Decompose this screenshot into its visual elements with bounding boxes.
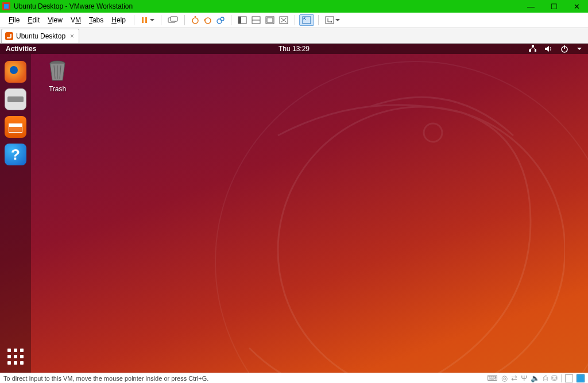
- files-launcher[interactable]: [5, 88, 26, 110]
- svg-rect-18: [326, 17, 334, 24]
- svg-rect-3: [171, 17, 177, 21]
- device-net-icon[interactable]: ⇄: [511, 374, 517, 382]
- ubuntu-wallpaper-illustration: [163, 78, 565, 373]
- menu-view[interactable]: View: [44, 14, 67, 26]
- vmware-logo-icon: [2, 2, 10, 10]
- device-usb-icon[interactable]: Ψ: [521, 374, 527, 382]
- device-indicator[interactable]: [565, 374, 573, 382]
- svg-point-7: [220, 17, 224, 21]
- device-sound-icon[interactable]: 🔈: [531, 374, 540, 382]
- show-applications-button[interactable]: [7, 349, 24, 365]
- svg-point-5: [205, 18, 211, 24]
- menu-vm[interactable]: VM: [67, 14, 85, 26]
- dropdown-icon: [335, 18, 340, 22]
- host-statusbar: To direct input to this VM, move the mou…: [0, 373, 588, 383]
- view-unity-button[interactable]: [249, 15, 263, 25]
- snapshot-take-button[interactable]: [189, 15, 202, 25]
- volume-icon[interactable]: [544, 45, 552, 53]
- menu-help[interactable]: Help: [107, 14, 130, 26]
- tab-close-button[interactable]: ×: [70, 32, 74, 40]
- vm-tab-label: Ubuntu Desktop: [16, 32, 65, 40]
- send-ctrl-alt-del-button[interactable]: [165, 15, 180, 25]
- maximize-button[interactable]: ☐: [551, 3, 558, 10]
- view-stretch-button[interactable]: [277, 15, 291, 25]
- menu-tabs[interactable]: Tabs: [85, 14, 107, 26]
- svg-point-20: [424, 123, 442, 142]
- device-display-icon[interactable]: [577, 374, 585, 382]
- snapshot-manage-button[interactable]: [214, 15, 227, 25]
- device-cdrom-icon[interactable]: ◎: [501, 374, 508, 382]
- view-fullscreen-button[interactable]: [299, 14, 314, 26]
- svg-rect-0: [142, 17, 144, 23]
- view-console-button[interactable]: [263, 15, 277, 25]
- network-icon[interactable]: [528, 45, 536, 53]
- close-button[interactable]: ✕: [574, 3, 580, 10]
- host-window-title: Ubuntu Desktop - VMware Workstation: [14, 2, 133, 10]
- device-drive-icon[interactable]: ⛁: [551, 374, 558, 382]
- vm-tab[interactable]: Ubuntu Desktop ×: [1, 29, 79, 43]
- firefox-launcher[interactable]: [5, 61, 26, 83]
- pause-button[interactable]: [138, 15, 157, 25]
- svg-point-4: [192, 18, 198, 24]
- view-cycle-button[interactable]: [323, 15, 342, 25]
- clock[interactable]: Thu 13:29: [278, 45, 310, 53]
- trash-label: Trash: [49, 85, 66, 93]
- device-printer-icon[interactable]: ⎙: [543, 374, 548, 382]
- svg-rect-1: [145, 17, 147, 23]
- gnome-topbar: Activities Thu 13:29: [0, 44, 588, 54]
- ubuntu-icon: [5, 32, 13, 40]
- svg-rect-23: [535, 49, 536, 52]
- dropdown-icon: [150, 18, 154, 22]
- menu-edit[interactable]: Edit: [24, 14, 44, 26]
- power-icon[interactable]: [560, 45, 568, 53]
- guest-display[interactable]: Activities Thu 13:29 ? Trash: [0, 44, 588, 373]
- statusbar-hint: To direct input to this VM, move the mou…: [3, 375, 208, 382]
- device-hdd-icon[interactable]: ⌨: [487, 374, 498, 382]
- svg-rect-21: [532, 45, 534, 47]
- help-launcher[interactable]: ?: [5, 144, 26, 165]
- svg-point-19: [278, 107, 565, 373]
- host-tabbar: Ubuntu Desktop ×: [0, 28, 588, 44]
- host-menubar: File Edit View VM Tabs Help: [0, 13, 588, 28]
- menu-file[interactable]: File: [5, 14, 24, 26]
- ubuntu-dock: ?: [0, 54, 31, 373]
- svg-rect-13: [267, 18, 273, 22]
- software-launcher[interactable]: [5, 116, 26, 138]
- minimize-button[interactable]: —: [527, 3, 535, 10]
- desktop-trash-icon[interactable]: Trash: [46, 60, 69, 93]
- snapshot-revert-button[interactable]: [202, 15, 214, 25]
- svg-rect-22: [529, 49, 531, 52]
- svg-rect-9: [238, 17, 241, 24]
- activities-button[interactable]: Activities: [6, 45, 36, 53]
- system-menu-chevron-icon[interactable]: [577, 46, 582, 52]
- view-single-button[interactable]: [235, 15, 249, 25]
